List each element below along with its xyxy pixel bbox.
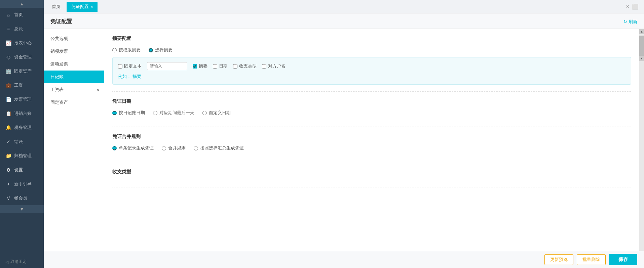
sidebar-item-assets[interactable]: 🏢 固定资产 [0,64,44,78]
scroll-thumb[interactable] [639,36,644,56]
page-title: 凭证配置 [50,18,72,25]
sidebar-item-settings[interactable]: ⚙ 设置 [0,163,44,177]
main-area: 首页 凭证配置 × × ⬜ 凭证配置 ↻ 刷新 公共选项 [44,0,644,268]
merge-radio-rule[interactable]: 合并规则 [162,145,186,151]
cb-date[interactable]: 日期 [213,63,228,69]
date-radio-period-last[interactable]: 对应期间最后一天 [153,110,194,116]
sidebar-item-home[interactable]: ⌂ 首页 [0,8,44,22]
merge-section-title: 凭证合并规则 [112,134,631,140]
summary-config-row: 固定文本 摘要 日期 [118,62,626,70]
cb-counterpart-input[interactable] [262,64,266,69]
date-radio-group: 按日记账日期 对应期间最后一天 自定义日期 [112,110,631,116]
sidebar-item-tax[interactable]: 🔔 税务管理 [0,121,44,135]
page-header: 凭证配置 ↻ 刷新 [44,13,644,29]
cb-date-input[interactable] [213,64,217,69]
sidebar-item-funds[interactable]: ◎ 资金管理 [0,50,44,64]
sidebar-item-guide[interactable]: ✦ 新手引导 [0,177,44,191]
sidebar-item-payroll[interactable]: 💼 工资 [0,78,44,92]
summary-radio-group: 按模版摘要 选择摘要 [112,47,631,53]
sidebar-label-tax: 税务管理 [14,125,32,131]
sidebar-item-settle[interactable]: ✓ 结账 [0,135,44,149]
summary-section-title: 摘要配置 [112,36,631,42]
sidebar-label-assets: 固定资产 [14,68,32,74]
sidebar-scroll-up[interactable]: ▲ [0,0,44,8]
refresh-label: 刷新 [629,19,637,25]
sidebar-item-ledger[interactable]: ≡ 总账 [0,22,44,36]
settle-icon: ✓ [5,139,11,144]
save-button[interactable]: 保存 [609,254,637,265]
merge-section: 凭证合并规则 单条记录生成凭证 合并规则 按照选择汇总生成凭证 [112,134,631,162]
cb-fixed-text[interactable]: 固定文本 [118,63,142,69]
merge-radio-single[interactable]: 单条记录生成凭证 [112,145,154,151]
sidebar-item-reports[interactable]: 📈 报表中心 [0,36,44,50]
tab-bar: 首页 凭证配置 × × ⬜ [44,0,644,13]
pin-icon: ◁ [5,260,8,264]
sidebar-label-reports: 报表中心 [14,40,32,46]
nav-item-payroll-table[interactable]: 工资表 ∨ [44,83,104,96]
merge-radio-select[interactable]: 按照选择汇总生成凭证 [194,145,244,151]
guide-icon: ✦ [5,181,11,187]
summary-example: 例如： 摘要 [118,74,626,80]
member-icon: V [5,195,11,201]
refresh-button[interactable]: ↻ 刷新 [623,19,637,25]
sidebar-label-archive: 归档管理 [14,153,32,159]
cb-counterpart[interactable]: 对方户名 [262,63,286,69]
nav-item-sales-invoice[interactable]: 销项发票 [44,45,104,58]
nav-item-public[interactable]: 公共选项 [44,32,104,45]
tab-close-icon[interactable]: × [91,5,93,9]
batch-delete-button[interactable]: 批量删除 [577,254,606,265]
summary-radio-select[interactable]: 选择摘要 [149,47,173,53]
scroll-up-button[interactable]: ▲ [639,29,644,34]
cb-summary-input[interactable] [193,64,197,69]
tab-home[interactable]: 首页 [47,2,65,12]
date-radio-custom[interactable]: 自定义日期 [202,110,231,116]
cancel-pin-button[interactable]: ◁ 取消固定 [0,256,44,268]
tab-voucher-config[interactable]: 凭证配置 × [67,2,98,12]
chevron-down-icon: ∨ [97,87,100,92]
summary-radio-select-input[interactable] [149,48,153,52]
nav-item-purchase-invoice[interactable]: 进项发票 [44,58,104,71]
content-area: 凭证配置 ↻ 刷新 公共选项 销项发票 进项发票 日记账 [44,13,644,268]
cb-income-type[interactable]: 收支类型 [233,63,257,69]
scroll-down-button[interactable]: ▼ [639,56,644,61]
home-icon: ⌂ [5,12,11,17]
cb-summary[interactable]: 摘要 [193,63,207,69]
cb-income-type-input[interactable] [233,64,237,69]
reports-icon: 📈 [5,40,11,46]
sidebar-item-archive[interactable]: 📁 归档管理 [0,149,44,163]
sidebar-item-inout[interactable]: 📋 进销台账 [0,106,44,121]
outer-scrollbar: ▲ ▼ [639,29,644,251]
settings-icon: ⚙ [5,167,11,173]
merge-radio-select-input[interactable] [194,146,198,150]
date-radio-journal[interactable]: 按日记账日期 [112,110,145,116]
date-radio-journal-input[interactable] [112,111,117,115]
cb-fixed-text-input[interactable] [118,64,122,69]
window-maximize-button[interactable]: ⬜ [632,3,639,10]
sidebar-scroll-down[interactable]: ▼ [0,205,44,213]
bottom-bar: 更新预览 批量删除 保存 [44,251,644,268]
left-nav: 公共选项 销项发票 进项发票 日记账 工资表 ∨ 固定资产 [44,29,104,251]
sidebar-label-inout: 进销台账 [14,110,32,117]
summary-radio-template[interactable]: 按模版摘要 [112,47,141,53]
update-preview-button[interactable]: 更新预览 [544,254,573,265]
summary-radio-template-input[interactable] [112,48,117,52]
sidebar: ▲ ⌂ 首页 ≡ 总账 📈 报表中心 ◎ 资金管理 🏢 固定资产 💼 工资 📄 … [0,0,44,268]
tab-home-label: 首页 [52,4,61,10]
income-type-section: 收支类型 [112,169,631,187]
sidebar-label-funds: 资金管理 [14,54,32,60]
income-type-section-title: 收支类型 [112,169,631,175]
sidebar-item-invoice-mgmt[interactable]: 📄 发票管理 [0,92,44,106]
date-radio-period-last-input[interactable] [153,111,157,115]
sidebar-label-member: 畅会员 [14,195,27,201]
merge-radio-rule-input[interactable] [162,146,166,150]
sidebar-item-member[interactable]: V 畅会员 [0,191,44,205]
sidebar-label-ledger: 总账 [14,26,23,32]
ledger-icon: ≡ [5,26,11,32]
nav-item-fixed-assets[interactable]: 固定资产 [44,96,104,109]
nav-item-journal[interactable]: 日记账 [44,71,104,83]
window-close-button[interactable]: × [626,4,629,10]
sidebar-label-settle: 结账 [14,139,23,145]
merge-radio-single-input[interactable] [112,146,117,150]
date-radio-custom-input[interactable] [202,111,207,115]
fixed-text-input[interactable] [147,62,187,70]
